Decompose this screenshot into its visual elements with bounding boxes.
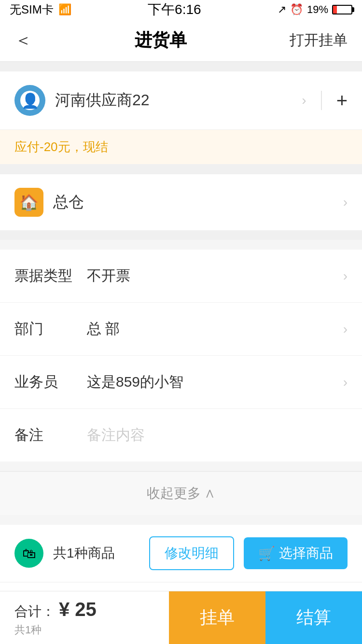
section-gap-1 [0, 165, 362, 174]
product-icon: 🛍 [14, 539, 43, 568]
status-bar: 无SIM卡 📶 下午6:16 ↗ ⏰ 19% [0, 0, 362, 19]
invoice-value: 不开票 [87, 266, 343, 286]
chevron-right-icon-4: › [343, 322, 348, 337]
hang-button[interactable]: 挂单 [169, 591, 265, 644]
supplier-name: 河南供应商22 [55, 90, 302, 111]
supplier-divider [321, 91, 322, 110]
battery-percent: 19% [307, 3, 328, 16]
select-icon: 🛒 [258, 546, 275, 561]
select-product-button[interactable]: 🛒 选择商品 [244, 537, 348, 569]
notice-bar: 应付-20元，现结 [0, 130, 362, 165]
nav-bar: ＜ 进货单 打开挂单 [0, 19, 362, 62]
status-indicators: ↗ ⏰ 19% [278, 3, 352, 16]
avatar-image [20, 91, 40, 110]
page-title: 进货单 [135, 28, 187, 52]
supplier-row[interactable]: 河南供应商22 › + [0, 71, 362, 130]
chevron-right-icon-5: › [343, 375, 348, 390]
chevron-right-icon-3: › [343, 268, 348, 284]
wifi-icon: 📶 [58, 3, 71, 16]
invoice-label: 票据类型 [14, 266, 87, 286]
warehouse-name: 总仓 [53, 192, 343, 213]
carrier-text: 无SIM卡 [10, 2, 54, 17]
department-row[interactable]: 部门 总 部 › [0, 303, 362, 356]
salesman-label: 业务员 [14, 372, 87, 392]
bottom-summary: 合计： ¥ 25 共1种 [0, 591, 169, 644]
avatar [14, 85, 45, 116]
summary-total: 合计： ¥ 25 [14, 599, 154, 621]
invoice-row[interactable]: 票据类型 不开票 › [0, 250, 362, 303]
summary-count: 共1种 [14, 623, 154, 637]
top-divider [0, 62, 362, 71]
location-icon: ↗ [278, 3, 286, 16]
status-time: 下午6:16 [148, 0, 201, 19]
warehouse-row[interactable]: 🏠 总仓 › [0, 174, 362, 230]
total-value: ¥ 25 [59, 599, 97, 620]
checkout-button[interactable]: 结算 [265, 591, 362, 644]
department-label: 部门 [14, 319, 87, 339]
collapse-bar[interactable]: 收起更多 ∧ [0, 471, 362, 515]
add-button[interactable]: + [336, 90, 348, 112]
form-section: 票据类型 不开票 › 部门 总 部 › 业务员 这是859的小智 › 备注 备注… [0, 250, 362, 462]
product-header: 🛍 共1种商品 修改明细 🛒 选择商品 [0, 525, 362, 582]
department-value: 总 部 [87, 319, 343, 339]
product-count: 共1种商品 [53, 544, 139, 562]
warehouse-section: 🏠 总仓 › [0, 174, 362, 230]
warehouse-icon: 🏠 [14, 188, 43, 217]
remark-input[interactable]: 备注内容 [87, 425, 348, 445]
notice-text: 应付-20元，现结 [14, 140, 108, 154]
select-label: 选择商品 [279, 544, 333, 562]
chevron-right-icon: › [302, 93, 306, 108]
status-carrier: 无SIM卡 📶 [10, 2, 71, 17]
modify-detail-button[interactable]: 修改明细 [149, 536, 234, 570]
open-hang-button[interactable]: 打开挂单 [290, 30, 348, 50]
supplier-section: 河南供应商22 › + 应付-20元，现结 [0, 71, 362, 165]
salesman-row[interactable]: 业务员 这是859的小智 › [0, 356, 362, 409]
chevron-right-icon-2: › [343, 195, 348, 210]
collapse-label: 收起更多 ∧ [147, 484, 216, 503]
salesman-value: 这是859的小智 [87, 372, 343, 392]
total-label: 合计： [14, 602, 55, 621]
remark-label: 备注 [14, 425, 87, 445]
battery-icon [332, 5, 352, 14]
section-gap-2 [0, 230, 362, 240]
bottom-bar: 合计： ¥ 25 共1种 挂单 结算 [0, 591, 362, 644]
remark-row[interactable]: 备注 备注内容 [0, 409, 362, 462]
back-button[interactable]: ＜ [14, 28, 32, 52]
alarm-icon: ⏰ [290, 3, 303, 16]
